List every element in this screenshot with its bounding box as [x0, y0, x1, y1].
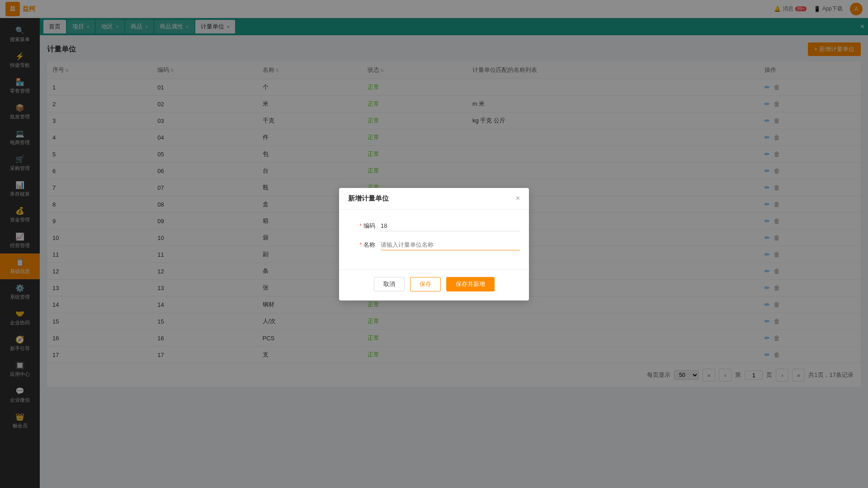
code-input[interactable]	[381, 221, 520, 231]
modal-title: 新增计量单位	[348, 194, 389, 203]
cancel-button[interactable]: 取消	[374, 277, 405, 291]
modal-body: 编码 名称	[339, 210, 529, 269]
modal-footer: 取消 保存 保存并新增	[339, 269, 529, 300]
code-label: 编码	[348, 222, 375, 230]
name-input[interactable]	[381, 239, 520, 250]
modal-close-button[interactable]: ×	[516, 194, 520, 202]
add-unit-modal: 新增计量单位 × 编码 名称 取消 保存 保存并新增	[339, 188, 529, 300]
modal-header: 新增计量单位 ×	[339, 188, 529, 210]
form-row-code: 编码	[348, 221, 520, 231]
modal-overlay: 新增计量单位 × 编码 名称 取消 保存 保存并新增	[0, 0, 868, 488]
save-add-button[interactable]: 保存并新增	[446, 277, 495, 291]
save-button[interactable]: 保存	[410, 277, 441, 291]
name-label: 名称	[348, 241, 375, 249]
form-row-name: 名称	[348, 239, 520, 250]
